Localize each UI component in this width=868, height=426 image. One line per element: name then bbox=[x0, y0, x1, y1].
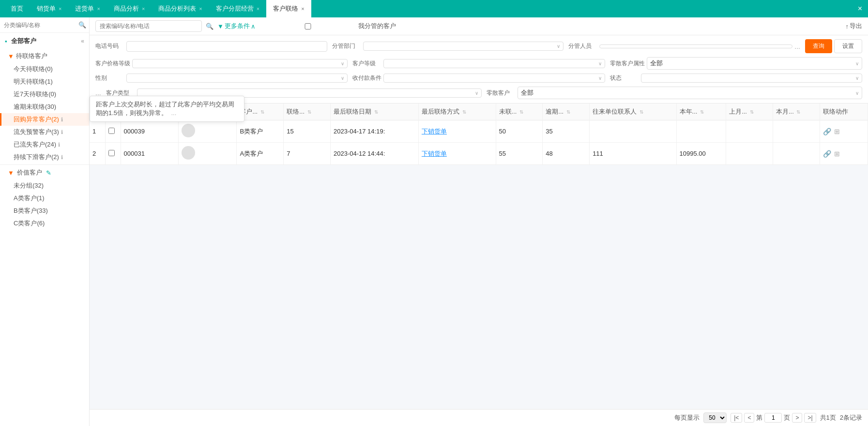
this-year-sort-icon[interactable]: ⇅ bbox=[700, 109, 704, 115]
price-level-select[interactable]: ∨ bbox=[132, 59, 348, 68]
cell-method-2[interactable]: 下销货单 bbox=[418, 143, 496, 165]
cell-unlisted-2: 55 bbox=[496, 143, 543, 165]
sidebar-item-today-pending[interactable]: 今天待联络(0) bbox=[0, 63, 89, 75]
last-month-sort-icon[interactable]: ⇅ bbox=[750, 109, 754, 115]
my-customers-check[interactable] bbox=[259, 23, 356, 29]
status-select[interactable]: ∨ bbox=[641, 73, 862, 83]
close-all-tabs-button[interactable]: × bbox=[858, 4, 862, 13]
gender-field: 性别 ∨ bbox=[95, 73, 348, 83]
method-link-2[interactable]: 下销货单 bbox=[422, 150, 447, 157]
phone-input[interactable] bbox=[126, 41, 327, 52]
tooltip-dots: ... bbox=[171, 109, 176, 117]
pagination-bar: 每页显示 50 |< < 第 页 > >| 共1页 2条记录 bbox=[90, 409, 868, 426]
nav-sales-order[interactable]: 销货单 × bbox=[30, 0, 68, 17]
export-button[interactable]: ↑ 导出 bbox=[846, 22, 863, 30]
person-field: 分管人员 ... bbox=[568, 42, 800, 50]
more-conditions-button[interactable]: ▼ 更多条件 ∧ bbox=[217, 22, 256, 30]
per-page-select[interactable]: 50 bbox=[703, 412, 727, 423]
sidebar-item-class-b[interactable]: B类客户(33) bbox=[0, 205, 89, 217]
retail-attr-select[interactable]: 全部 ∨ bbox=[647, 57, 862, 70]
sidebar-item-7day-pending[interactable]: 近7天待联络(0) bbox=[0, 88, 89, 101]
nav-product-analysis-list[interactable]: 商品分析列表 × bbox=[152, 0, 209, 17]
sidebar-collapse-icon[interactable]: « bbox=[81, 38, 84, 44]
cell-actions-2: 🔗 ⊞ bbox=[820, 143, 868, 165]
nav-customer-contact[interactable]: 客户联络 × bbox=[266, 0, 311, 17]
customer-level-chevron-icon: ∨ bbox=[598, 61, 602, 66]
payment-select[interactable]: ∨ bbox=[383, 73, 605, 83]
method-link-1[interactable]: 下销货单 bbox=[422, 128, 447, 135]
retail-customer-select[interactable]: 全部 ∨ bbox=[518, 87, 862, 99]
next-page-button[interactable]: > bbox=[792, 413, 802, 423]
last-method-sort-icon[interactable]: ⇅ bbox=[462, 109, 466, 115]
row1-checkbox[interactable] bbox=[108, 128, 115, 134]
action-grid-icon-1[interactable]: ⊞ bbox=[834, 128, 840, 135]
nav-home[interactable]: 首页 bbox=[4, 0, 30, 17]
pending-contact-group[interactable]: ▼ 待联络客户 bbox=[0, 49, 89, 63]
unlisted-sort-icon[interactable]: ⇅ bbox=[519, 109, 523, 115]
filter-action-buttons: 查询 设置 bbox=[805, 39, 862, 53]
retail-customer-chevron-icon: ∨ bbox=[855, 90, 859, 96]
cell-method-1[interactable]: 下销货单 bbox=[418, 120, 496, 143]
cell-unlisted-1: 50 bbox=[496, 120, 543, 143]
sidebar-item-unclassified[interactable]: 未分组(32) bbox=[0, 179, 89, 192]
payment-field: 收付款条件 ∨ bbox=[352, 73, 605, 83]
close-purchase-order-icon[interactable]: × bbox=[97, 6, 100, 12]
sidebar-item-tomorrow-pending[interactable]: 明天待联络(1) bbox=[0, 75, 89, 88]
value-group-edit-icon[interactable]: ✎ bbox=[46, 169, 51, 176]
cell-check-2[interactable] bbox=[105, 143, 121, 165]
nav-product-analysis[interactable]: 商品分析 × bbox=[107, 0, 152, 17]
nav-purchase-order[interactable]: 进货单 × bbox=[68, 0, 107, 17]
sidebar-item-declining-customers[interactable]: 持续下滑客户(2) ℹ bbox=[0, 151, 89, 163]
cell-this-month-2 bbox=[773, 143, 820, 165]
avatar-2 bbox=[182, 146, 195, 160]
cell-check-1[interactable] bbox=[105, 120, 121, 143]
close-sales-order-icon[interactable]: × bbox=[59, 6, 61, 12]
nav-customer-tier[interactable]: 客户分层经营 × bbox=[209, 0, 266, 17]
person-dots[interactable]: ... bbox=[794, 43, 800, 50]
sidebar-item-repurchase-abnormal[interactable]: 回购异常客户(2) ℹ bbox=[0, 113, 89, 126]
sidebar-search-input[interactable] bbox=[4, 22, 76, 29]
type-sort-icon[interactable]: ⇅ bbox=[260, 109, 264, 115]
first-page-button[interactable]: |< bbox=[731, 413, 742, 423]
sidebar-item-class-a[interactable]: A类客户(1) bbox=[0, 192, 89, 205]
last-date-sort-icon[interactable]: ⇅ bbox=[374, 109, 378, 115]
search-input[interactable] bbox=[95, 20, 202, 32]
sidebar-item-class-c[interactable]: C类客户(6) bbox=[0, 217, 89, 230]
current-page-input[interactable] bbox=[764, 413, 782, 423]
value-group-header[interactable]: ▼ 价值客户 ✎ bbox=[0, 166, 89, 179]
last-page-button[interactable]: >| bbox=[804, 413, 816, 423]
th-actions: 联络动作 bbox=[820, 103, 868, 120]
close-product-analysis-list-icon[interactable]: × bbox=[199, 6, 202, 12]
query-button[interactable]: 查询 bbox=[805, 39, 832, 53]
action-link-icon-2[interactable]: 🔗 bbox=[823, 150, 831, 158]
prev-page-button[interactable]: < bbox=[744, 413, 754, 423]
close-product-analysis-icon[interactable]: × bbox=[142, 6, 145, 12]
close-customer-tier-icon[interactable]: × bbox=[257, 6, 259, 12]
cell-this-month-1 bbox=[773, 120, 820, 143]
settings-button[interactable]: 设置 bbox=[834, 39, 862, 53]
this-month-sort-icon[interactable]: ⇅ bbox=[796, 109, 800, 115]
action-grid-icon-2[interactable]: ⊞ bbox=[834, 150, 840, 158]
cell-code-1: 000039 bbox=[121, 120, 179, 143]
sidebar-search-icon[interactable]: 🔍 bbox=[78, 21, 86, 29]
filter-search-button[interactable]: 🔍 bbox=[206, 23, 213, 30]
contacts-sort-icon[interactable]: ⇅ bbox=[640, 109, 643, 115]
dept-select[interactable]: ∨ bbox=[363, 42, 564, 51]
row2-checkbox[interactable] bbox=[108, 150, 115, 156]
my-customers-checkbox[interactable]: 我分管的客户 bbox=[259, 22, 396, 30]
all-customers-header[interactable]: ▪ 全部客户 « bbox=[0, 33, 89, 49]
overdue-sort-icon[interactable]: ⇅ bbox=[566, 109, 570, 115]
customer-level-select[interactable]: ∨ bbox=[383, 59, 605, 68]
sidebar-item-lost-forecast[interactable]: 流失预警客户(3) ℹ bbox=[0, 126, 89, 138]
close-customer-contact-icon[interactable]: × bbox=[301, 6, 304, 12]
action-link-icon-1[interactable]: 🔗 bbox=[823, 128, 831, 135]
sidebar-item-lost-customers[interactable]: 已流失客户(24) ℹ bbox=[0, 138, 89, 151]
cell-name-2 bbox=[179, 143, 237, 165]
lost-forecast-info-icon: ℹ bbox=[61, 129, 63, 135]
gender-select[interactable]: ∨ bbox=[126, 73, 348, 83]
sidebar-item-overdue-pending[interactable]: 逾期未联络(30) bbox=[0, 101, 89, 113]
cell-this-year-1 bbox=[676, 120, 726, 143]
contact-count-sort-icon[interactable]: ⇅ bbox=[307, 109, 311, 115]
table-scroll-container[interactable]: ⚙ 客户编码 ⇅ 客户名称 ⇅ bbox=[90, 103, 868, 409]
person-select[interactable] bbox=[599, 44, 792, 48]
